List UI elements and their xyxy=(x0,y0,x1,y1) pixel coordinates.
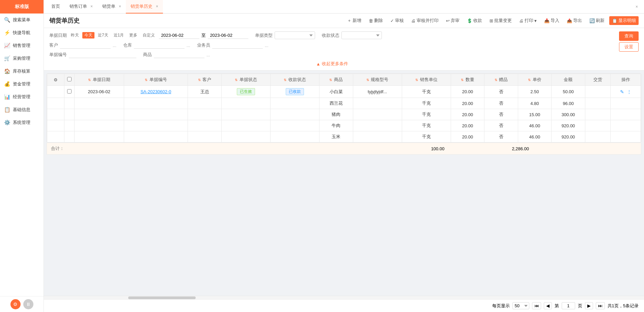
sidebar-settings-btn[interactable]: ⚙ xyxy=(10,299,21,309)
sort-icon: ⇅ xyxy=(495,78,497,82)
import-button[interactable]: 📥 导入 xyxy=(541,16,562,25)
dropdown-arrow-icon: ▾ xyxy=(534,18,537,23)
row-checkbox-cell[interactable] xyxy=(64,120,74,131)
goods-picker-btn[interactable]: ... xyxy=(206,52,210,57)
show-detail-button[interactable]: 📋 显示明细 xyxy=(609,16,639,25)
sidebar-item-operations[interactable]: 📊 经营管理 xyxy=(0,90,44,103)
goods-input[interactable] xyxy=(154,51,204,58)
sidebar-item-sales-mgmt[interactable]: 📈 销售管理 xyxy=(0,39,44,52)
doc-no-input[interactable] xyxy=(69,51,136,58)
doc-date-col-header[interactable]: ⇅ 单据日期 xyxy=(74,74,124,86)
sidebar-item-finance[interactable]: 💰 资金管理 xyxy=(0,78,44,90)
page-size-label: 每页显示 xyxy=(492,303,510,309)
delete-button[interactable]: 🗑 删除 xyxy=(366,16,386,25)
next-page-btn[interactable]: ▶ xyxy=(585,302,593,309)
salesperson-picker-btn[interactable]: ... xyxy=(265,43,269,48)
row-checkbox-cell[interactable] xyxy=(64,131,74,142)
date-to-input[interactable] xyxy=(208,32,248,39)
payment-status-label: 收款状态 xyxy=(322,32,339,38)
row-checkbox-cell[interactable] xyxy=(64,86,74,98)
sidebar-item-quick-nav[interactable]: ⚡ 快捷导航 xyxy=(0,26,44,39)
tab-sales-goods[interactable]: 销货单 × xyxy=(97,0,126,14)
gift-col-header[interactable]: ⇅ 赠品 xyxy=(484,74,518,86)
qty-col-header[interactable]: ⇅ 数量 xyxy=(451,74,484,86)
today-btn[interactable]: 今天 xyxy=(82,32,94,38)
page-title: 销货单历史 xyxy=(49,17,80,25)
more-action-icon[interactable]: ⋮ xyxy=(627,89,632,95)
edit-action-icon[interactable]: ✎ xyxy=(620,89,624,95)
column-settings-icon[interactable]: ⚙ xyxy=(54,77,58,82)
checkbox-col-header[interactable] xyxy=(64,74,74,86)
refresh-button[interactable]: 🔄 刷新 xyxy=(587,16,607,25)
customer-input[interactable] xyxy=(60,42,111,49)
sidebar-item-label: 搜索菜单 xyxy=(13,17,30,23)
custom-btn[interactable]: 自定义 xyxy=(141,32,157,38)
row-checkbox[interactable] xyxy=(67,89,72,94)
sidebar-item-system-mgmt[interactable]: ⚙️ 系统管理 xyxy=(0,116,44,129)
last1m-btn[interactable]: 近1月 xyxy=(112,32,126,38)
doc-no-col-header[interactable]: ⇅ 单据编号 xyxy=(124,74,188,86)
qty-cell: 20.00 xyxy=(451,98,484,109)
tab-sales-history[interactable]: 销货单历史 × xyxy=(126,0,163,14)
tab-sales-order[interactable]: 销售订单 × xyxy=(65,0,97,14)
spec-col-header[interactable]: ⇅ 规格型号 xyxy=(353,74,402,86)
collect-button[interactable]: 💲 收款 xyxy=(464,16,485,25)
query-button[interactable]: 查询 xyxy=(619,31,639,41)
payment-status-select[interactable] xyxy=(341,31,382,39)
close-icon[interactable]: × xyxy=(119,4,121,9)
customer-col-header[interactable]: ⇅ 客户 xyxy=(188,74,221,86)
doc-status-col-header[interactable]: ⇅ 单据状态 xyxy=(221,74,270,86)
sidebar-item-inventory[interactable]: 🏠 库存核算 xyxy=(0,65,44,78)
payment-status-col-header[interactable]: ⇅ 收款状态 xyxy=(270,74,319,86)
row-checkbox-cell[interactable] xyxy=(64,98,74,109)
tab-home[interactable]: 首页 xyxy=(47,0,65,14)
last7-btn[interactable]: 近7天 xyxy=(96,32,110,38)
unit-col-header[interactable]: ⇅ 销售单位 xyxy=(402,74,451,86)
warehouse-picker-btn[interactable]: ... xyxy=(187,43,190,48)
sidebar-item-basic-info[interactable]: 📋 基础信息 xyxy=(0,103,44,116)
page-input[interactable] xyxy=(562,302,575,309)
date-from-input[interactable] xyxy=(159,32,199,39)
abandon-button[interactable]: ↩ 弃审 xyxy=(443,16,462,25)
new-button[interactable]: ＋ 新增 xyxy=(344,16,364,25)
sidebar-item-label: 系统管理 xyxy=(13,120,30,126)
scrollbar-thumb[interactable] xyxy=(128,296,196,299)
price-col-header[interactable]: ⇅ 单价 xyxy=(518,74,551,86)
page-content: 销货单历史 ＋ 新增 🗑 删除 ✓ 审核 🖨 审核并打印 xyxy=(44,14,644,312)
audit-print-button[interactable]: 🖨 审核并打印 xyxy=(409,16,441,25)
sort-icon: ⇅ xyxy=(461,78,464,82)
more-btn[interactable]: 更多 xyxy=(127,32,139,38)
warehouse-label: 仓库 xyxy=(123,42,132,48)
sidebar-item-purchase-mgmt[interactable]: 🛒 采购管理 xyxy=(0,52,44,65)
sidebar-pause-btn[interactable]: ⏸ xyxy=(23,299,33,309)
salesperson-input[interactable] xyxy=(212,42,263,49)
price-cell: 46.00 xyxy=(518,131,551,142)
select-all-checkbox[interactable] xyxy=(67,77,72,81)
prev-page-btn[interactable]: ◀ xyxy=(544,302,552,309)
close-icon[interactable]: × xyxy=(90,4,93,9)
sidebar-item-search[interactable]: 🔍 搜索菜单 xyxy=(0,14,44,26)
close-icon[interactable]: × xyxy=(156,4,158,9)
audit-button[interactable]: ✓ 审核 xyxy=(388,16,407,25)
settings-col-header[interactable]: ⚙ xyxy=(47,74,64,86)
first-page-btn[interactable]: ⏮ xyxy=(532,302,541,309)
doc-no-link[interactable]: SA-20230602-0 xyxy=(140,89,171,94)
date-range: 至 xyxy=(159,32,248,39)
close-all-tabs-btn[interactable]: × xyxy=(632,4,641,9)
warehouse-input[interactable] xyxy=(134,42,185,49)
row-checkbox-cell[interactable] xyxy=(64,109,74,120)
filter-settings-button[interactable]: 设置 xyxy=(619,42,639,52)
collapse-filter-btn[interactable]: ▲ 收起更多条件 xyxy=(49,61,615,67)
last-page-btn[interactable]: ⏭ xyxy=(596,302,605,309)
export-button[interactable]: 📤 导出 xyxy=(564,16,585,25)
doc-type-select[interactable] xyxy=(275,31,315,39)
horizontal-scrollbar[interactable] xyxy=(44,296,644,299)
goods-col-header[interactable]: ⇅ 商品 xyxy=(319,74,353,86)
yesterday-btn[interactable]: 昨天 xyxy=(69,32,81,38)
print2-icon: 🖨 xyxy=(519,18,524,23)
goods-cell: 小白菜 xyxy=(319,86,353,98)
page-size-select[interactable]: 20 50 100 xyxy=(512,302,529,309)
print-button[interactable]: 🖨 打印 ▾ xyxy=(516,16,539,25)
batch-change-button[interactable]: ⊞ 批量变更 xyxy=(487,16,514,25)
customer-picker-btn[interactable]: ... xyxy=(113,43,116,48)
